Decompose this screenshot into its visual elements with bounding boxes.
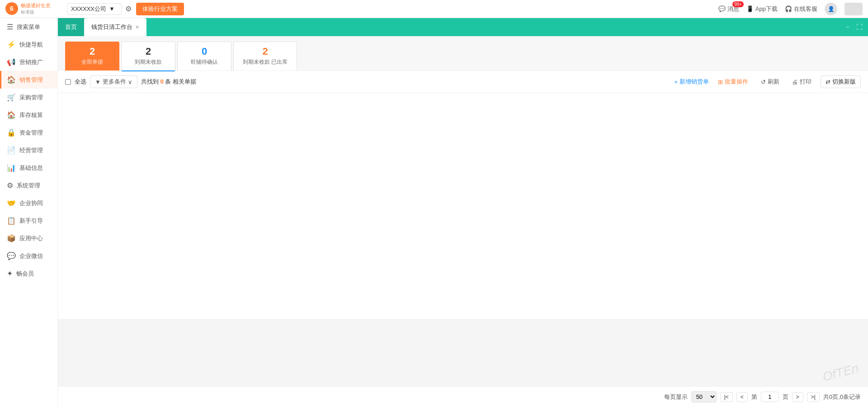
toolbar: 全选 ▼ 更多条件 ∨ 共找到 0 条 相关单据 + 新增销货单 [58, 71, 868, 93]
stat-tab-all[interactable]: 2 全部单据 [65, 42, 119, 70]
new-order-label: 新增销货单 [679, 78, 709, 86]
message-icon: 💬 [718, 5, 726, 12]
last-page-btn[interactable]: >| [807, 392, 820, 402]
sidebar-item-wechat-work[interactable]: 💬 企业微信 [0, 247, 57, 265]
stat-label-shipped: 到期未收款 已出库 [243, 58, 288, 66]
maximize-icon[interactable]: ⛶ [856, 23, 863, 31]
brand-version: 标准版 [21, 9, 51, 15]
print-button[interactable]: 🖨 打印 [788, 76, 815, 88]
filter-icon: ▼ [95, 79, 101, 85]
company-selector[interactable]: XXXXXX公司 ▼ [67, 3, 122, 15]
toolbar-right: + 新增销货单 ⊞ 批量操作 ↺ 刷新 🖨 打印 ⇄ 切换新版 [674, 75, 861, 88]
stat-label-overdue: 到期未收款 [131, 58, 166, 66]
sidebar-item-vip[interactable]: ✦ 畅会员 [0, 265, 57, 282]
header-right: 💬 消息 99+ 📱 App下载 🎧 在线客服 👤 [718, 3, 863, 15]
sidebar-item-purchase[interactable]: 🛒 采购管理 [0, 89, 57, 106]
stat-tab-wangpu[interactable]: 0 旺辅待确认 [177, 42, 231, 70]
logo-area: 6 畅捷通好生意 标准版 [5, 2, 63, 15]
tab-qianhuoriqi[interactable]: 钱货日清工作台 ✕ [84, 18, 146, 36]
refresh-button[interactable]: ↺ 刷新 [757, 76, 783, 88]
sidebar-item-basic-info[interactable]: 📊 基础信息 [0, 159, 57, 177]
print-icon: 🖨 [792, 79, 798, 85]
app-center-icon: 📦 [7, 234, 16, 243]
top-header: 6 畅捷通好生意 标准版 XXXXXX公司 ▼ ⚙ 体验行业方案 💬 消息 99… [0, 0, 868, 18]
user-menu[interactable] [844, 3, 863, 15]
quick-nav-icon: ⚡ [7, 40, 16, 49]
plus-icon: + [674, 79, 678, 85]
cooperation-icon: 🤝 [7, 199, 16, 207]
company-name: XXXXXX公司 [71, 5, 106, 13]
stat-number-overdue: 2 [131, 46, 166, 57]
tab-underline [122, 70, 175, 71]
inventory-icon: 🏠 [7, 111, 16, 119]
result-text: 共找到 0 条 相关单据 [141, 78, 196, 86]
filter-button[interactable]: ▼ 更多条件 ∨ [90, 75, 137, 88]
toolbar-left: 全选 ▼ 更多条件 ∨ 共找到 0 条 相关单据 [65, 75, 670, 88]
app-download-icon: 📱 [746, 5, 754, 12]
main-content: 2 全部单据 2 到期未收款 0 旺辅待确认 2 到期未收款 已出库 全选 [58, 36, 868, 407]
content-area: 2 全部单据 2 到期未收款 0 旺辅待确认 2 到期未收款 已出库 全选 [58, 36, 868, 319]
avatar[interactable]: 👤 [825, 3, 837, 15]
system-icon: ⚙ [7, 181, 13, 190]
tab-home[interactable]: 首页 [58, 18, 84, 36]
chevron-down-icon: ▼ [109, 5, 115, 12]
close-tab-icon[interactable]: ✕ [135, 24, 139, 30]
message-btn[interactable]: 💬 消息 99+ [718, 5, 739, 13]
trial-button[interactable]: 体验行业方案 [136, 3, 184, 15]
sidebar-item-operation[interactable]: 📄 经营管理 [0, 141, 57, 159]
app-download-label: App下载 [755, 5, 778, 13]
batch-ops-button[interactable]: ⊞ 批量操作 [714, 76, 752, 88]
prev-page-btn[interactable]: < [736, 392, 748, 402]
switch-icon: ⇄ [826, 79, 830, 85]
sidebar-item-inventory[interactable]: 🏠 库存核算 [0, 106, 57, 124]
sidebar-item-app-center[interactable]: 📦 应用中心 [0, 229, 57, 247]
page-unit: 页 [783, 393, 788, 401]
stat-label-all: 全部单据 [75, 58, 110, 66]
first-page-btn[interactable]: |< [720, 392, 733, 402]
sidebar-item-search-menu[interactable]: ☰ 搜索菜单 [0, 18, 57, 36]
pagination-bar: 每页显示 50 100 |< < 第 页 > >| 共0页,0条记录 [58, 386, 868, 407]
basic-info-icon: 📊 [7, 164, 16, 172]
next-page-btn[interactable]: > [792, 392, 803, 402]
sidebar-item-system[interactable]: ⚙ 系统管理 [0, 177, 57, 194]
sidebar-item-marketing[interactable]: 📢 营销推广 [0, 53, 57, 71]
switch-version-button[interactable]: ⇄ 切换新版 [821, 75, 861, 88]
batch-icon: ⊞ [718, 79, 723, 85]
vip-icon: ✦ [7, 269, 13, 278]
sidebar-item-sales[interactable]: 🏠 销售管理 [0, 71, 57, 89]
online-service-btn[interactable]: 🎧 在线客服 [785, 5, 817, 13]
wechat-work-icon: 💬 [7, 252, 16, 260]
guide-icon: 📋 [7, 216, 16, 225]
stat-tab-overdue[interactable]: 2 到期未收款 [121, 42, 175, 70]
page-label: 第 [751, 393, 757, 401]
finance-icon: 🔒 [7, 128, 16, 137]
sidebar-item-quick-nav[interactable]: ⚡ 快捷导航 [0, 36, 57, 53]
app-download-btn[interactable]: 📱 App下载 [746, 5, 778, 13]
stat-number-wangpu: 0 [187, 46, 222, 57]
chevron-filter-icon: ∨ [128, 79, 132, 85]
filter-label: 更多条件 [103, 78, 126, 86]
sidebar: ☰ 搜索菜单 ⚡ 快捷导航 📢 营销推广 🏠 销售管理 🛒 采购管理 🏠 库存核… [0, 18, 58, 407]
per-page-select[interactable]: 50 100 [691, 391, 717, 402]
table-area [58, 93, 868, 319]
nav-tabs: 首页 钱货日清工作台 ✕ － ⛶ [58, 18, 868, 36]
stat-tabs: 2 全部单据 2 到期未收款 0 旺辅待确认 2 到期未收款 已出库 [58, 36, 868, 71]
per-page-label: 每页显示 [664, 393, 688, 401]
total-info: 共0页,0条记录 [823, 393, 861, 401]
online-service-icon: 🎧 [785, 5, 792, 12]
stat-tab-shipped[interactable]: 2 到期未收款 已出库 [233, 42, 297, 70]
sidebar-item-cooperation[interactable]: 🤝 企业协同 [0, 194, 57, 212]
sidebar-item-guide[interactable]: 📋 新手引导 [0, 212, 57, 229]
new-order-button[interactable]: + 新增销货单 [674, 78, 709, 86]
online-service-label: 在线客服 [794, 5, 817, 13]
settings-icon[interactable]: ⚙ [125, 5, 132, 13]
purchase-icon: 🛒 [7, 93, 16, 102]
stat-label-wangpu: 旺辅待确认 [187, 58, 222, 66]
sidebar-item-finance[interactable]: 🔒 资金管理 [0, 124, 57, 141]
select-all-checkbox[interactable] [65, 79, 71, 85]
refresh-icon: ↺ [761, 79, 766, 85]
current-page-input[interactable] [761, 392, 779, 402]
minimize-icon[interactable]: － [844, 23, 851, 31]
switch-label: 切换新版 [832, 78, 856, 86]
brand-name: 畅捷通好生意 [21, 2, 51, 9]
